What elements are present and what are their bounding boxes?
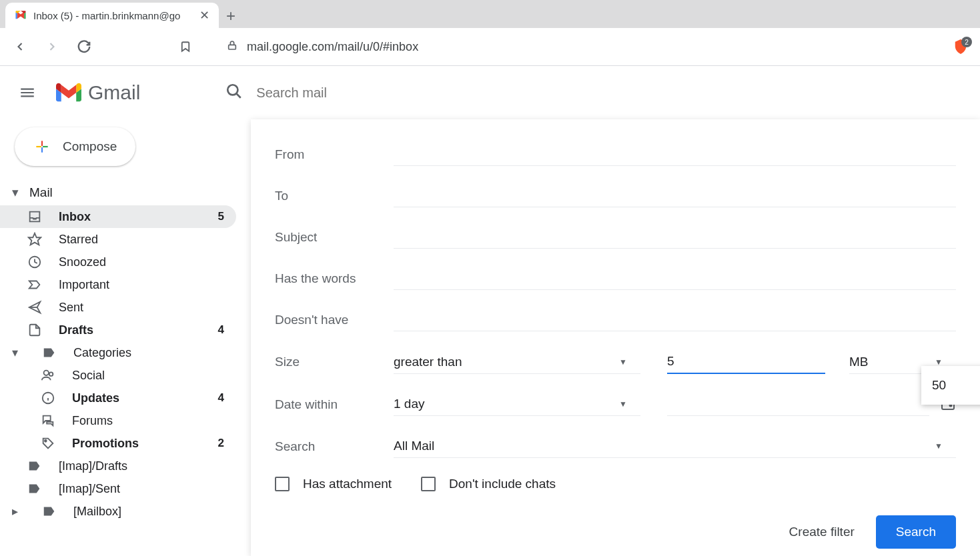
sidebar-item-label: Promotions (72, 437, 139, 451)
sidebar-item-label: [Imap]/Sent (59, 482, 120, 496)
autocomplete-item[interactable]: 50 (921, 366, 980, 405)
reload-button[interactable] (76, 39, 92, 55)
compose-label: Compose (63, 139, 117, 154)
sidebar-item-sent[interactable]: Sent (0, 296, 236, 319)
people-icon (40, 368, 56, 383)
sidebar-item-imap-sent[interactable]: [Imap]/Sent (0, 477, 236, 500)
label-icon (27, 459, 43, 473)
sidebar-item-label: Categories (73, 346, 131, 360)
gmail-logo[interactable]: Gmail (56, 81, 140, 104)
has-attachment-label: Has attachment (303, 477, 392, 491)
sidebar-item-label: Snoozed (59, 255, 106, 269)
mail-section-header[interactable]: ▾ Mail (0, 179, 251, 205)
svg-marker-3 (29, 233, 41, 245)
checkbox-icon (421, 477, 436, 491)
subject-input[interactable] (394, 226, 956, 249)
star-icon (27, 232, 43, 247)
promotions-count: 2 (218, 437, 224, 450)
back-button[interactable] (12, 39, 28, 55)
dropdown-arrow-icon: ▼ (619, 399, 627, 409)
lock-icon (227, 40, 237, 54)
inbox-icon (27, 209, 43, 224)
search-filter-panel: From To Subject Has the words Doesn't ha… (251, 119, 980, 556)
brave-shield-icon[interactable]: 2 (953, 38, 968, 55)
sidebar-item-imap-drafts[interactable]: [Imap]/Drafts (0, 455, 236, 477)
dropdown-arrow-icon: ▼ (935, 441, 943, 451)
has-words-label: Has the words (275, 271, 394, 286)
size-unit-value: MB (849, 355, 869, 369)
size-operator-value: greater than (394, 355, 462, 369)
brave-badge-count: 2 (961, 37, 972, 47)
size-operator-select[interactable]: greater than ▼ (394, 351, 640, 374)
size-value-input[interactable] (667, 350, 825, 374)
search-bar[interactable] (213, 73, 968, 113)
browser-tab[interactable]: Inbox (5) - martin.brinkmann@go ✕ (5, 3, 219, 28)
to-input[interactable] (394, 185, 956, 207)
svg-line-2 (237, 93, 241, 98)
search-scope-select[interactable]: All Mail ▼ (394, 435, 956, 458)
checkbox-icon (275, 477, 290, 491)
svg-rect-0 (229, 45, 236, 49)
url-bar[interactable]: mail.google.com/mail/u/0/#inbox (215, 33, 937, 60)
forward-button[interactable] (44, 39, 60, 55)
search-scope-value: All Mail (394, 439, 434, 453)
svg-point-6 (44, 371, 49, 375)
dropdown-arrow-icon: ▼ (935, 357, 943, 367)
size-label: Size (275, 355, 394, 369)
date-input[interactable] (667, 393, 929, 416)
sidebar-item-promotions[interactable]: Promotions 2 (0, 432, 236, 455)
has-words-input[interactable] (394, 267, 956, 290)
search-input[interactable] (256, 85, 956, 101)
sidebar-item-forums[interactable]: Forums (0, 409, 236, 432)
main-menu-button[interactable] (12, 77, 43, 108)
sidebar: Compose ▾ Mail Inbox 5 Starred Snoozed I… (0, 119, 251, 556)
info-icon (40, 391, 56, 405)
sidebar-item-social[interactable]: Social (0, 364, 236, 387)
sidebar-item-updates[interactable]: Updates 4 (0, 387, 236, 409)
sidebar-item-label: Inbox (59, 210, 91, 224)
url-text: mail.google.com/mail/u/0/#inbox (247, 40, 418, 54)
important-icon (27, 277, 43, 292)
sidebar-item-important[interactable]: Important (0, 273, 236, 296)
sidebar-item-label: Social (72, 369, 105, 383)
svg-point-1 (228, 85, 238, 95)
search-scope-label: Search (275, 439, 394, 454)
gmail-favicon (15, 9, 27, 21)
sidebar-item-drafts[interactable]: Drafts 4 (0, 319, 236, 341)
sidebar-item-categories[interactable]: ▾ Categories (0, 341, 236, 364)
sidebar-item-mailbox[interactable]: ▸ [Mailbox] (0, 500, 236, 523)
label-icon (27, 481, 43, 496)
dont-include-chats-label: Don't include chats (449, 477, 556, 491)
compose-button[interactable]: Compose (15, 127, 135, 166)
sidebar-item-inbox[interactable]: Inbox 5 (0, 205, 236, 228)
dont-include-chats-checkbox[interactable]: Don't include chats (421, 477, 556, 491)
sidebar-item-label: [Mailbox] (73, 505, 121, 519)
tab-title: Inbox (5) - martin.brinkmann@go (33, 10, 180, 21)
sidebar-item-label: [Imap]/Drafts (59, 459, 127, 473)
browser-toolbar: mail.google.com/mail/u/0/#inbox 2 (0, 28, 980, 66)
from-input[interactable] (394, 143, 956, 166)
mail-section-label: Mail (29, 185, 53, 200)
sidebar-item-snoozed[interactable]: Snoozed (0, 251, 236, 273)
sidebar-item-starred[interactable]: Starred (0, 228, 236, 251)
doesnt-have-input[interactable] (394, 309, 956, 331)
chevron-right-icon: ▸ (12, 504, 20, 519)
search-button[interactable]: Search (876, 515, 956, 549)
has-attachment-checkbox[interactable]: Has attachment (275, 477, 392, 491)
date-within-value: 1 day (394, 397, 424, 411)
sidebar-item-label: Important (59, 278, 109, 292)
dropdown-arrow-icon: ▼ (619, 357, 627, 367)
sidebar-item-label: Forums (72, 414, 113, 428)
new-tab-button[interactable]: + (219, 4, 243, 28)
create-filter-button[interactable]: Create filter (789, 525, 855, 539)
to-label: To (275, 189, 394, 203)
inbox-count: 5 (218, 210, 224, 223)
date-within-select[interactable]: 1 day ▼ (394, 393, 640, 416)
gmail-header: Gmail (0, 66, 980, 119)
clock-icon (27, 255, 43, 269)
label-icon (41, 504, 57, 519)
tab-close-icon[interactable]: ✕ (199, 8, 209, 23)
subject-label: Subject (275, 230, 394, 245)
bookmark-button[interactable] (177, 39, 193, 55)
plus-icon (33, 138, 51, 155)
